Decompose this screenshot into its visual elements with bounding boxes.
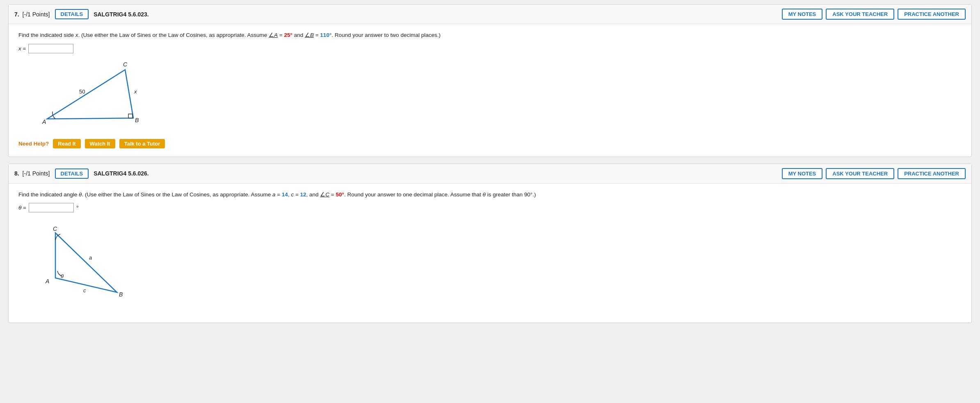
svg-text:A: A: [42, 118, 46, 125]
triangle-8-svg: C A B a c θ: [35, 216, 137, 307]
question-7-answer-row: x =: [18, 44, 962, 53]
question-8-number: 8. [-/1 Points]: [14, 170, 50, 177]
need-help-label-7: Need Help?: [18, 141, 49, 147]
question-7-id: SALGTRIG4 5.6.023.: [94, 11, 777, 18]
question-7-body: Find the indicated side x. (Use either t…: [9, 24, 971, 157]
svg-text:50: 50: [79, 89, 85, 95]
question-8-details-button[interactable]: DETAILS: [55, 168, 89, 179]
my-notes-button-7[interactable]: MY NOTES: [782, 9, 823, 20]
svg-text:B: B: [135, 117, 139, 123]
question-7-need-help: Need Help? Read It Watch It Talk to a Tu…: [18, 139, 962, 148]
svg-text:C: C: [123, 61, 128, 68]
question-8-id: SALGTRIG4 5.6.026.: [94, 170, 777, 177]
practice-another-button-7[interactable]: PRACTICE ANOTHER: [898, 9, 966, 20]
question-8-text: Find the indicated angle θ. (Use either …: [18, 190, 962, 199]
svg-text:B: B: [119, 291, 123, 298]
svg-text:x: x: [134, 89, 137, 95]
question-7-actions: MY NOTES ASK YOUR TEACHER PRACTICE ANOTH…: [782, 9, 966, 20]
page-container: 7. [-/1 Points] DETAILS SALGTRIG4 5.6.02…: [0, 0, 980, 327]
ask-teacher-button-7[interactable]: ASK YOUR TEACHER: [826, 9, 894, 20]
question-7-answer-label: x =: [18, 46, 26, 52]
triangle-7-svg: C A B 50 x: [35, 57, 150, 131]
question-8-header: 8. [-/1 Points] DETAILS SALGTRIG4 5.6.02…: [9, 164, 971, 184]
question-8-body: Find the indicated angle θ. (Use either …: [9, 184, 971, 323]
svg-marker-7: [55, 233, 117, 292]
question-7-details-button[interactable]: DETAILS: [55, 9, 89, 19]
svg-text:c: c: [83, 287, 86, 294]
question-8-answer-label: θ =: [18, 205, 26, 211]
talk-tutor-button-7[interactable]: Talk to a Tutor: [119, 139, 165, 148]
question-7-number: 7. [-/1 Points]: [14, 11, 50, 18]
my-notes-button-8[interactable]: MY NOTES: [782, 168, 823, 179]
question-7-answer-input[interactable]: [28, 44, 73, 53]
svg-text:a: a: [89, 255, 92, 261]
svg-text:A: A: [45, 278, 49, 285]
svg-marker-0: [47, 70, 133, 119]
ask-teacher-button-8[interactable]: ASK YOUR TEACHER: [826, 168, 894, 179]
question-7-text: Find the indicated side x. (Use either t…: [18, 31, 962, 40]
practice-another-button-8[interactable]: PRACTICE ANOTHER: [898, 168, 966, 179]
question-7-card: 7. [-/1 Points] DETAILS SALGTRIG4 5.6.02…: [8, 4, 972, 157]
svg-text:C: C: [53, 225, 57, 232]
question-8-degree: °: [76, 205, 79, 211]
question-8-triangle: C A B a c θ: [35, 216, 962, 308]
read-it-button-7[interactable]: Read It: [53, 139, 80, 148]
question-8-answer-row: θ = °: [18, 203, 962, 212]
svg-rect-6: [128, 114, 132, 118]
svg-text:θ: θ: [61, 273, 64, 279]
question-8-answer-input[interactable]: [29, 203, 74, 212]
question-7-header: 7. [-/1 Points] DETAILS SALGTRIG4 5.6.02…: [9, 5, 971, 24]
question-8-card: 8. [-/1 Points] DETAILS SALGTRIG4 5.6.02…: [8, 164, 972, 323]
question-7-triangle: C A B 50 x: [35, 57, 962, 132]
question-8-actions: MY NOTES ASK YOUR TEACHER PRACTICE ANOTH…: [782, 168, 966, 179]
watch-it-button-7[interactable]: Watch It: [85, 139, 115, 148]
